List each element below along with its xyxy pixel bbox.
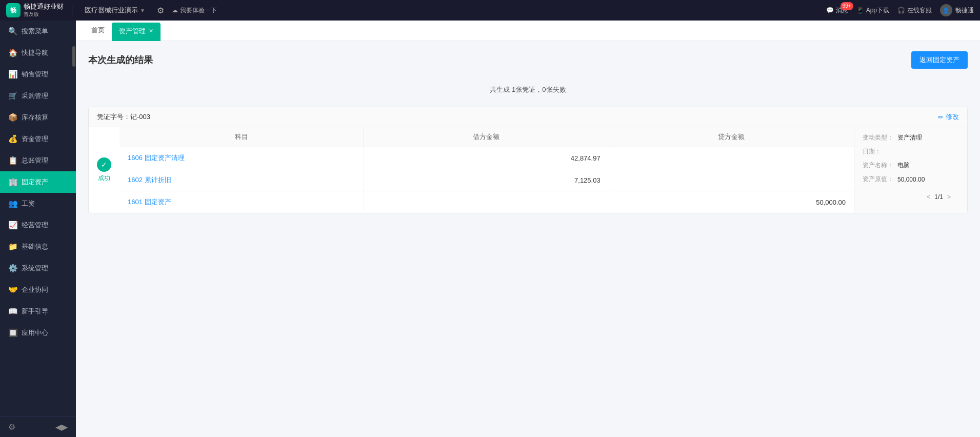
table-row: 1602 累计折旧 7,125.03: [119, 169, 854, 191]
tab-assets[interactable]: 资产管理 ✕: [112, 23, 161, 41]
user-info[interactable]: 👤 畅捷通: [940, 4, 974, 16]
sidebar-label-cooperation: 企业协同: [22, 285, 48, 294]
cooperation-icon: 🤝: [8, 285, 17, 294]
return-button[interactable]: 返回固定资产: [911, 51, 968, 69]
sidebar-item-sales[interactable]: 📊 销售管理: [0, 64, 76, 85]
subject-cell[interactable]: 1601 固定资产: [119, 191, 364, 213]
settings-icon[interactable]: ⚙: [153, 3, 168, 17]
sidebar-label-system: 系统管理: [22, 264, 48, 273]
sidebar-item-system[interactable]: ⚙️ 系统管理: [0, 257, 76, 279]
sidebar-label-payroll: 工资: [22, 199, 35, 208]
debit-cell: [364, 196, 609, 208]
sidebar-label-inventory: 库存核算: [22, 113, 48, 122]
app-download-button[interactable]: 📱 App下载: [856, 6, 889, 15]
sidebar-item-ledger[interactable]: 📋 总账管理: [0, 150, 76, 171]
sidebar-label-sales: 销售管理: [22, 70, 48, 79]
service-icon: 🎧: [897, 7, 905, 14]
sidebar-label-search: 搜索菜单: [22, 27, 48, 36]
col-subject: 科目: [119, 127, 364, 147]
asset-value-row: 资产原值： 50,000.00: [863, 175, 959, 184]
app-edition: 普及版: [24, 11, 64, 18]
sidebar-item-payroll[interactable]: 👥 工资: [0, 193, 76, 214]
tab-home[interactable]: 首页: [84, 21, 112, 41]
main-layout: 🔍 搜索菜单 🏠 快捷导航 📊 销售管理 🛒 采购管理 📦 库存核算 💰 资金管…: [0, 21, 980, 437]
purchase-icon: 🛒: [8, 91, 17, 101]
sidebar-label-purchase: 采购管理: [22, 91, 48, 101]
table-row: 1601 固定资产 50,000.00: [119, 191, 854, 213]
asset-name-label: 资产名称：: [863, 161, 893, 170]
asset-value-value: 50,000.00: [897, 176, 925, 183]
sidebar-item-appcenter[interactable]: 🔲 应用中心: [0, 322, 76, 344]
pagination-nav: < 1/1 >: [927, 193, 951, 201]
sidebar-item-inventory[interactable]: 📦 库存核算: [0, 107, 76, 128]
sidebar-item-quicknav[interactable]: 🏠 快捷导航: [0, 42, 76, 64]
date-row: 日期：: [863, 147, 959, 156]
sidebar-label-management: 经营管理: [22, 221, 48, 230]
date-label: 日期：: [863, 147, 881, 156]
messages-button[interactable]: 💬 消息 99+: [826, 6, 848, 15]
tab-assets-label: 资产管理: [119, 27, 146, 36]
online-service-button[interactable]: 🎧 在线客服: [897, 6, 932, 15]
voucher-card: 凭证字号：记-003 ✏ 修改 ✓ 成功: [88, 107, 968, 213]
tab-close-icon[interactable]: ✕: [149, 28, 153, 34]
edit-button[interactable]: ✏ 修改: [938, 112, 959, 122]
col-debit: 借方金额: [364, 127, 609, 147]
funds-icon: 💰: [8, 134, 17, 144]
sidebar-item-purchase[interactable]: 🛒 采购管理: [0, 85, 76, 107]
company-name: 医疗器械行业演示: [85, 6, 138, 15]
success-icon: ✓: [97, 157, 111, 172]
change-type-row: 变动类型： 资产清理: [863, 133, 959, 142]
messages-badge: 99+: [841, 2, 853, 10]
credit-cell: 50,000.00: [609, 192, 854, 212]
avatar: 👤: [940, 4, 952, 16]
status-cell: ✓ 成功: [89, 127, 119, 213]
debit-cell: 42,874.97: [364, 148, 609, 168]
subject-cell[interactable]: 1606 固定资产清理: [119, 147, 364, 169]
asset-value-label: 资产原值：: [863, 175, 893, 184]
edit-icon: ✏: [938, 113, 944, 121]
collapse-icon[interactable]: ◀▶: [55, 422, 68, 432]
credit-cell: [609, 174, 854, 186]
asset-name-row: 资产名称： 电脑: [863, 161, 959, 170]
header-right: 💬 消息 99+ 📱 App下载 🎧 在线客服 👤 畅捷通: [826, 4, 974, 16]
change-type-value: 资产清理: [897, 133, 922, 142]
table-body: 1606 固定资产清理 42,874.97 1602 累计折旧 7,125.03…: [119, 147, 854, 213]
basicinfo-icon: 📁: [8, 242, 17, 251]
change-type-label: 变动类型：: [863, 133, 893, 142]
prev-page-button[interactable]: <: [927, 193, 930, 201]
sidebar-item-management[interactable]: 📈 经营管理: [0, 214, 76, 236]
side-info-panel: 变动类型： 资产清理 日期： 资产名称： 电脑 资产原值：: [854, 127, 967, 213]
quicknav-icon: 🏠: [8, 48, 17, 57]
next-page-button[interactable]: >: [947, 193, 951, 201]
experience-button[interactable]: ☁ 我要体验一下: [172, 6, 217, 15]
sidebar-label-guide: 新手引导: [22, 307, 48, 316]
logo-icon: 畅: [6, 3, 21, 17]
sidebar-item-search[interactable]: 🔍 搜索菜单: [0, 21, 76, 42]
inventory-icon: 📦: [8, 113, 17, 122]
voucher-number: 凭证字号：记-003: [97, 112, 150, 122]
credit-cell: [609, 152, 854, 164]
content-area: 首页 资产管理 ✕ 本次生成的结果 返回固定资产 共生成 1张凭证，0张失败: [76, 21, 980, 437]
subject-cell[interactable]: 1602 累计折旧: [119, 169, 364, 191]
message-icon: 💬: [826, 7, 834, 14]
page-content: 本次生成的结果 返回固定资产 共生成 1张凭证，0张失败 凭证字号：记-003 …: [76, 41, 980, 437]
tab-home-label: 首页: [91, 26, 105, 35]
voucher-table: 科目 借方金额 贷方金额 1606 固定资产清理 42,874.97 1602 …: [119, 127, 854, 213]
fixedassets-icon: 🏢: [8, 177, 17, 187]
sidebar-item-guide[interactable]: 📖 新手引导: [0, 301, 76, 322]
sidebar-label-basicinfo: 基础信息: [22, 242, 48, 251]
sidebar-item-cooperation[interactable]: 🤝 企业协同: [0, 279, 76, 301]
settings-footer-icon[interactable]: ⚙: [8, 422, 15, 432]
page-info: 1/1: [934, 193, 943, 201]
username: 畅捷通: [955, 6, 974, 15]
system-icon: ⚙️: [8, 264, 17, 273]
tab-bar: 首页 资产管理 ✕: [76, 21, 980, 41]
sidebar-item-fixedassets[interactable]: 🏢 固定资产: [0, 171, 76, 193]
company-selector[interactable]: 医疗器械行业演示 ▼: [81, 6, 149, 15]
debit-cell: 7,125.03: [364, 170, 609, 190]
sidebar-item-basicinfo[interactable]: 📁 基础信息: [0, 236, 76, 257]
sidebar-item-funds[interactable]: 💰 资金管理: [0, 128, 76, 150]
asset-name-value: 电脑: [897, 161, 910, 170]
voucher-body: ✓ 成功 科目 借方金额 贷方金额 1606 固定资产清理 42,874.97: [89, 127, 967, 213]
voucher-header: 凭证字号：记-003 ✏ 修改: [89, 107, 967, 127]
